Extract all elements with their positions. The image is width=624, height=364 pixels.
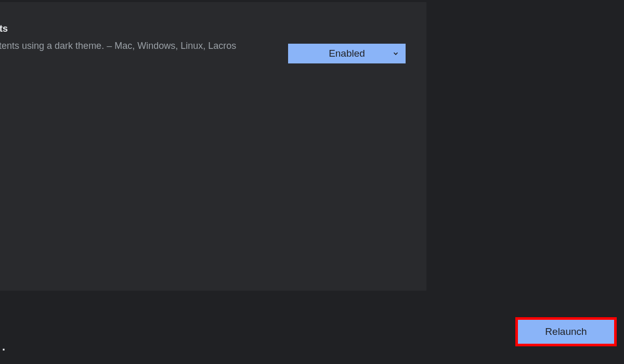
flag-state-dropdown-label: Enabled: [329, 48, 365, 59]
flag-text-column: ents ontents using a dark theme. – Mac, …: [0, 23, 288, 53]
flag-select-column: Enabled: [288, 23, 406, 63]
relaunch-button[interactable]: Relaunch: [518, 320, 614, 344]
footer-text-fragment: .: [2, 340, 5, 354]
chevron-down-icon: [392, 50, 399, 57]
flag-state-dropdown[interactable]: Enabled: [288, 44, 406, 63]
flags-content-panel: ents ontents using a dark theme. – Mac, …: [0, 2, 426, 291]
flag-description: ontents using a dark theme. – Mac, Windo…: [0, 39, 272, 53]
flag-row: ents ontents using a dark theme. – Mac, …: [0, 23, 426, 63]
flag-title: ents: [0, 23, 272, 35]
relaunch-highlight: Relaunch: [515, 317, 617, 346]
